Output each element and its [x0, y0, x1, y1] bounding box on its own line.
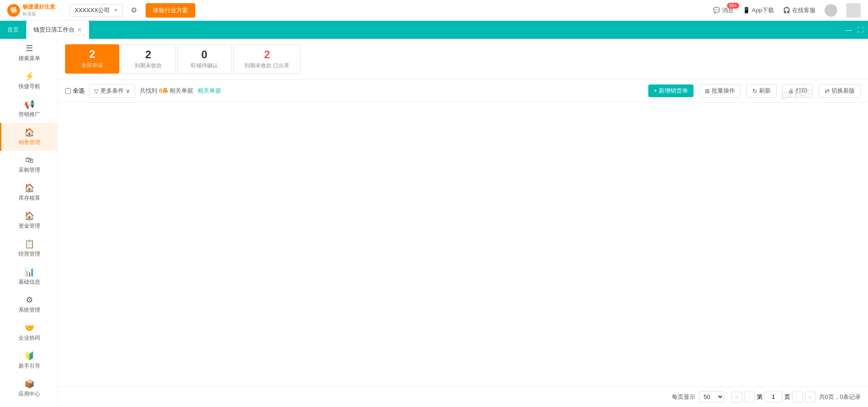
- purchase-mgmt-icon: 🛍: [25, 155, 33, 165]
- first-page-button[interactable]: «: [731, 392, 742, 402]
- sidebar-item-marketing[interactable]: 📢 营销推广: [0, 95, 57, 123]
- enterprise-collab-icon: 🤝: [24, 323, 34, 333]
- basic-info-icon: 📊: [24, 267, 34, 277]
- settings-button[interactable]: ⚙: [127, 3, 141, 18]
- sidebar-item-purchase-mgmt[interactable]: 🛍 采购管理: [0, 151, 57, 178]
- prev-page-button[interactable]: ‹: [744, 392, 755, 402]
- sidebar-item-operations[interactable]: 📋 经营管理: [0, 234, 57, 262]
- marketing-icon: 📢: [24, 99, 34, 109]
- avatar[interactable]: [825, 4, 837, 17]
- switch-version-button[interactable]: ⇄ 切换新版: [819, 84, 861, 98]
- per-page-label: 每页显示: [672, 393, 695, 401]
- filter-label: 更多条件: [100, 87, 124, 95]
- toolbar: 全选 ▽ 更多条件 ∨ 共找到 0条 相关单据 相关单据 + 新增销货单 ⊞: [58, 80, 868, 103]
- sidebar-item-label: 新手引导: [19, 362, 40, 370]
- card-wangpai-num: 0: [201, 48, 207, 61]
- card-wangpai[interactable]: 0 旺铺待确认: [177, 44, 231, 74]
- sidebar-item-finance[interactable]: 🏠 资金管理: [0, 206, 57, 234]
- tab-home-label: 首页: [7, 26, 19, 34]
- main-layout: ☰ 搜索菜单 ⚡ 快捷导航 📢 营销推广 🏠 销售管理 🛍 采购管理 🏠 库存核…: [0, 39, 868, 407]
- sidebar-item-inventory[interactable]: 🏠 库存核算: [0, 178, 57, 206]
- page-label: 第: [757, 393, 763, 401]
- page-number-input[interactable]: [764, 392, 783, 402]
- sidebar-item-basic-info[interactable]: 📊 基础信息: [0, 262, 57, 290]
- toolbar-right: + 新增销货单 ⊞ 批量操作 ↻ 刷新 🖨 打印 ⇄ 切换新版: [648, 84, 861, 98]
- next-page-button[interactable]: ›: [792, 392, 803, 402]
- print-icon: 🖨: [788, 88, 794, 94]
- sidebar-item-label: 库存核算: [19, 194, 40, 202]
- sidebar-item-quick-nav[interactable]: ⚡ 快捷导航: [0, 67, 57, 95]
- experience-button[interactable]: 体验行业方案: [146, 3, 195, 18]
- sidebar-item-app-center[interactable]: 📦 应用中心: [0, 374, 57, 402]
- sidebar-item-sys-mgmt[interactable]: ⚙ 系统管理: [0, 290, 57, 318]
- tab-bar: 首页 钱货日清工作台 ✕ — ⛶: [0, 21, 868, 39]
- switch-label: 切换新版: [831, 87, 855, 95]
- sidebar-item-enterprise-collab[interactable]: 🤝 企业协同: [0, 318, 57, 346]
- tab-workbench-label: 钱货日清工作台: [33, 26, 75, 34]
- header-right: 💬 消息 99+ 📱 App下载 🎧 在线客服: [713, 3, 861, 18]
- filter-button[interactable]: ▽ 更多条件 ∨: [89, 84, 135, 98]
- maximize-icon[interactable]: ⛶: [857, 26, 863, 33]
- app-download-item[interactable]: 📱 App下载: [743, 6, 774, 14]
- message-badge: 99+: [727, 3, 739, 9]
- content-area: 2 全部单据 2 到期未收款 0 旺铺待确认 2 到期未收款 已出库 全选: [58, 39, 868, 407]
- select-all-checkbox[interactable]: 全选: [65, 87, 85, 95]
- filter-arrow: ∨: [126, 88, 130, 94]
- refresh-icon: ↻: [752, 88, 757, 94]
- batch-operation-button[interactable]: ⊞ 批量操作: [699, 84, 741, 98]
- card-overdue-unpaid-label: 到期未收款: [135, 62, 162, 70]
- table-area: [58, 103, 868, 386]
- sidebar-item-label: 采购管理: [19, 166, 40, 174]
- footer: 每页显示 50 100 200 « ‹ 第 页 › » 共0页，0条记录: [58, 386, 868, 407]
- found-suffix: 相关单据: [170, 87, 193, 94]
- card-all-label: 全部单据: [81, 61, 103, 69]
- sidebar-item-label: 基础信息: [19, 278, 40, 286]
- search-menu-icon: ☰: [26, 43, 33, 53]
- quick-nav-icon: ⚡: [24, 71, 34, 81]
- sales-mgmt-icon: 🏠: [24, 127, 34, 137]
- print-label: 打印: [796, 87, 807, 95]
- tab-home[interactable]: 首页: [0, 21, 26, 39]
- company-selector[interactable]: XXXXXX公司 ▼: [70, 4, 123, 17]
- sidebar-item-enterprise-wechat[interactable]: 💬 企业微信: [0, 402, 57, 407]
- inventory-icon: 🏠: [24, 183, 34, 193]
- page-suffix: 页: [784, 393, 790, 401]
- finance-icon: 🏠: [24, 211, 34, 221]
- online-service-item[interactable]: 🎧 在线客服: [783, 6, 816, 14]
- card-wangpai-label: 旺铺待确认: [191, 62, 218, 70]
- tab-workbench[interactable]: 钱货日清工作台 ✕: [26, 21, 89, 39]
- select-all-input[interactable]: [65, 88, 71, 94]
- per-page-select[interactable]: 50 100 200: [699, 391, 724, 402]
- pagination-nav: « ‹ 第 页 › »: [731, 392, 816, 402]
- sidebar-item-sales-mgmt[interactable]: 🏠 销售管理: [0, 123, 57, 151]
- last-page-button[interactable]: »: [805, 392, 816, 402]
- sidebar-item-search-menu[interactable]: ☰ 搜索菜单: [0, 39, 57, 67]
- select-all-label: 全选: [73, 87, 85, 95]
- message-item[interactable]: 💬 消息 99+: [713, 6, 734, 14]
- sidebar-item-label: 系统管理: [19, 306, 40, 314]
- found-prefix: 共找到: [140, 87, 157, 94]
- operations-icon: 📋: [24, 239, 34, 249]
- avatar-placeholder: [825, 4, 837, 17]
- close-workbench-tab[interactable]: ✕: [77, 27, 82, 33]
- print-button[interactable]: 🖨 打印: [782, 84, 813, 98]
- card-all[interactable]: 2 全部单据: [65, 44, 119, 74]
- message-icon: 💬: [713, 7, 720, 14]
- new-sales-order-button[interactable]: + 新增销货单: [648, 84, 693, 97]
- username-area: [846, 3, 861, 18]
- logo-icon: 畅: [7, 4, 20, 17]
- card-overdue-unshipped-label: 到期未收款 已出库: [245, 62, 289, 70]
- found-text: 共找到 0条 相关单据: [140, 87, 193, 95]
- card-overdue-unshipped-num: 2: [264, 48, 270, 61]
- sidebar: ☰ 搜索菜单 ⚡ 快捷导航 📢 营销推广 🏠 销售管理 🛍 采购管理 🏠 库存核…: [0, 39, 58, 407]
- sidebar-item-beginner-guide[interactable]: 🔰 新手引导: [0, 346, 57, 374]
- card-overdue-unshipped[interactable]: 2 到期未收款 已出库: [233, 44, 301, 74]
- related-link[interactable]: 相关单据: [198, 87, 221, 95]
- card-overdue-unpaid[interactable]: 2 到期未收款: [121, 44, 175, 74]
- total-info: 共0页，0条记录: [819, 393, 861, 401]
- minimize-icon[interactable]: —: [845, 26, 852, 33]
- refresh-button[interactable]: ↻ 刷新: [746, 84, 777, 98]
- batch-label: 批量操作: [712, 87, 735, 95]
- app-download-label: App下载: [752, 6, 774, 14]
- sidebar-item-label: 营销推广: [19, 111, 40, 118]
